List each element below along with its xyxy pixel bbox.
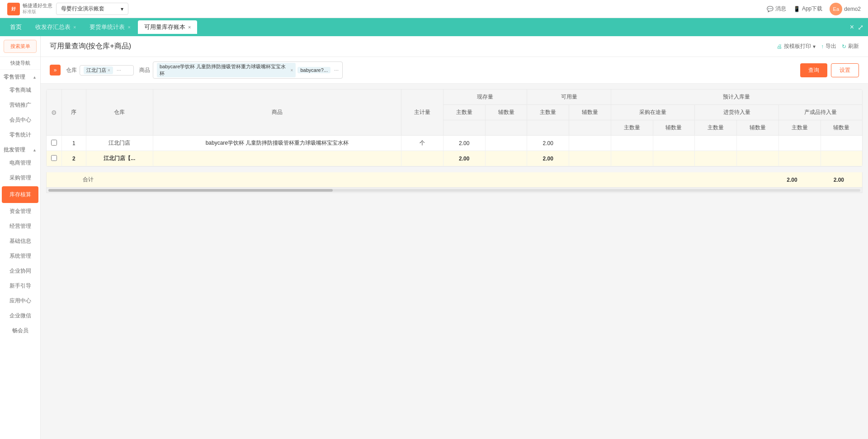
tab-expand-button[interactable]: ⤢ bbox=[858, 23, 863, 32]
sidebar-item-member[interactable]: 会员中心 bbox=[0, 113, 40, 127]
row-checkbox-2[interactable] bbox=[51, 155, 57, 161]
scrollbar-area bbox=[46, 188, 863, 193]
sidebar-item-retail[interactable]: 零售管理 bbox=[0, 70, 40, 83]
tab-order-stat-label: 要货单统计表 bbox=[90, 23, 125, 31]
user-name: demo2 bbox=[844, 6, 861, 12]
filter-expand-button[interactable]: » bbox=[50, 65, 61, 76]
scroll-thumb[interactable] bbox=[48, 189, 333, 192]
th-avail-aux2 bbox=[569, 120, 611, 136]
td-purchase-aux-1 bbox=[653, 136, 695, 151]
sidebar-item-ecommerce-label: 电商管理 bbox=[9, 160, 31, 166]
th-warehouse: 仓库 bbox=[86, 90, 153, 136]
sidebar-item-basic-info[interactable]: 基础信息 bbox=[0, 234, 40, 249]
td-stock-aux-1 bbox=[485, 136, 527, 151]
tab-available-stock-close[interactable]: × bbox=[188, 24, 191, 30]
sidebar-item-new-guide[interactable]: 新手引导 bbox=[0, 279, 40, 293]
th-incoming-aux: 辅数量 bbox=[737, 120, 779, 136]
th-production-main: 主数量 bbox=[778, 120, 821, 136]
th-planned-group: 预计入库量 bbox=[611, 90, 862, 105]
th-avail-main: 主数量 bbox=[527, 105, 569, 120]
th-product: 商品 bbox=[153, 90, 401, 136]
sidebar-item-system[interactable]: 系统管理 bbox=[0, 249, 40, 264]
tab-order-stat[interactable]: 要货单统计表 × bbox=[83, 20, 137, 34]
sidebar-item-finance[interactable]: 资金管理 bbox=[0, 204, 40, 219]
sidebar-item-retail-mall[interactable]: 零售商城 bbox=[0, 83, 40, 98]
sidebar-item-retail-mall-label: 零售商城 bbox=[9, 87, 31, 93]
td-purchase-main-1 bbox=[611, 136, 653, 151]
sidebar-item-wholesale[interactable]: 批发管理 bbox=[0, 142, 40, 156]
logo-icon: 好 bbox=[7, 3, 20, 15]
tab-bar-actions: × ⤢ bbox=[850, 23, 863, 32]
sidebar-item-enterprise[interactable]: 企业协同 bbox=[0, 264, 40, 279]
td-production-aux-1 bbox=[821, 136, 862, 151]
filter-product-group: 商品 babycare学饮杯 儿童防摔防撞吸管杯重力球吸嘴杯宝宝水杯 × bab… bbox=[139, 61, 343, 79]
top-bar-left: 好 畅捷通好生意 标准版 母婴行业演示账套 ▾ bbox=[7, 3, 128, 15]
tab-income-expense-close[interactable]: × bbox=[73, 24, 76, 30]
sidebar-item-purchase-label: 采购管理 bbox=[9, 175, 31, 181]
table-settings-icon[interactable]: ⚙ bbox=[51, 109, 57, 116]
sidebar-item-ecommerce[interactable]: 电商管理 bbox=[0, 156, 40, 170]
th-available-group: 可用量 bbox=[527, 90, 611, 105]
td-checkbox[interactable] bbox=[47, 136, 62, 151]
sidebar-item-enterprise-label: 企业协同 bbox=[9, 268, 31, 274]
summary-label: 合计 bbox=[79, 176, 97, 184]
app-download-button[interactable]: 📱 App下载 bbox=[793, 5, 822, 13]
filter-product-tag-1-close[interactable]: × bbox=[291, 68, 293, 73]
print-button[interactable]: 🖨 按模板打印 ▾ bbox=[777, 42, 816, 50]
filter-warehouse-more[interactable]: ··· bbox=[117, 67, 121, 73]
page-header: 可用量查询(按仓库+商品) 🖨 按模板打印 ▾ ↑ 导出 ↻ 刷新 bbox=[41, 36, 868, 57]
sidebar-item-retail-stats[interactable]: 零售统计 bbox=[0, 127, 40, 142]
sidebar-item-app-center[interactable]: 应用中心 bbox=[0, 293, 40, 308]
logo-sub: 标准版 bbox=[23, 9, 52, 15]
filter-product-input[interactable]: babycare学饮杯 儿童防摔防撞吸管杯重力球吸嘴杯宝宝水杯 × babyca… bbox=[153, 61, 343, 79]
filter-product-more[interactable]: ··· bbox=[334, 67, 339, 73]
sidebar-item-inventory[interactable]: 库存核算 bbox=[2, 186, 38, 203]
sidebar-item-retail-label: 零售管理 bbox=[4, 73, 25, 81]
th-main-unit: 主计量 bbox=[401, 90, 443, 136]
filter-settings-button[interactable]: 设置 bbox=[831, 63, 859, 77]
sidebar-item-purchase[interactable]: 采购管理 bbox=[0, 170, 40, 185]
summary-avail-main: 2.00 bbox=[834, 177, 844, 183]
th-stock-group: 现存量 bbox=[443, 90, 527, 105]
filter-product-tag-2: babycare?... bbox=[297, 67, 330, 73]
tab-income-expense[interactable]: 收发存汇总表 × bbox=[29, 20, 82, 34]
scroll-track[interactable] bbox=[48, 189, 860, 192]
td-checkbox-2[interactable] bbox=[47, 151, 62, 166]
user-area[interactable]: Ea demo2 bbox=[830, 3, 861, 15]
td-warehouse-1: 江北门店 bbox=[86, 136, 153, 151]
filter-product-label: 商品 bbox=[139, 66, 150, 74]
export-button[interactable]: ↑ 导出 bbox=[821, 42, 836, 50]
refresh-label: 刷新 bbox=[848, 42, 859, 50]
td-stock-main-2: 2.00 bbox=[443, 151, 485, 166]
sidebar-quick-nav[interactable]: 快捷导航 bbox=[0, 57, 40, 70]
filter-action-buttons: 查询 设置 bbox=[800, 63, 859, 77]
summary-bar: 合计 2.00 2.00 bbox=[46, 172, 863, 188]
tab-order-stat-close[interactable]: × bbox=[127, 24, 130, 30]
td-incoming-main-1 bbox=[695, 136, 737, 151]
td-warehouse-2: 江北门店【... bbox=[86, 151, 153, 166]
th-stock-aux2 bbox=[485, 120, 527, 136]
filter-warehouse-input[interactable]: 江北门店 × ··· bbox=[80, 65, 134, 76]
tab-home-label: 首页 bbox=[10, 23, 22, 31]
sidebar-item-marketing[interactable]: 营销推广 bbox=[0, 98, 40, 113]
td-stock-main-1: 2.00 bbox=[443, 136, 485, 151]
sidebar-item-vip[interactable]: 畅会员 bbox=[0, 323, 40, 338]
sidebar-item-wechat[interactable]: 企业微信 bbox=[0, 308, 40, 323]
row-checkbox[interactable] bbox=[51, 140, 57, 146]
tab-available-stock[interactable]: 可用量库存账本 × bbox=[138, 20, 197, 34]
th-stock-main: 主数量 bbox=[443, 105, 485, 120]
tab-home[interactable]: 首页 bbox=[4, 20, 28, 34]
sidebar-search-button[interactable]: 搜索菜单 bbox=[4, 40, 37, 53]
filter-warehouse-tag-close[interactable]: × bbox=[108, 68, 110, 73]
message-button[interactable]: 💬 消息 bbox=[767, 5, 786, 13]
td-product-2 bbox=[153, 151, 401, 166]
industry-selector[interactable]: 母婴行业演示账套 ▾ bbox=[56, 3, 128, 15]
td-incoming-aux-1 bbox=[737, 136, 779, 151]
query-button[interactable]: 查询 bbox=[800, 63, 827, 77]
refresh-button[interactable]: ↻ 刷新 bbox=[842, 42, 859, 50]
logo-area: 好 畅捷通好生意 标准版 bbox=[7, 3, 52, 15]
sidebar-item-operations[interactable]: 经营管理 bbox=[0, 219, 40, 234]
tab-available-stock-label: 可用量库存账本 bbox=[144, 23, 185, 31]
sidebar-item-operations-label: 经营管理 bbox=[9, 223, 31, 229]
tab-close-all-button[interactable]: × bbox=[850, 23, 854, 32]
